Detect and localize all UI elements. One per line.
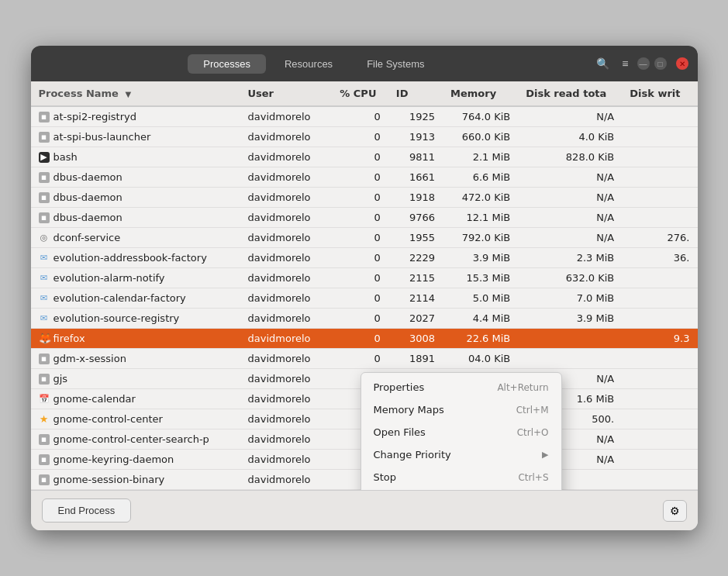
- process-icon: ▪: [39, 374, 50, 385]
- process-name-cell: ◎ dconf-service: [31, 228, 240, 248]
- table-row[interactable]: ✉ evolution-addressbook-factory davidmor…: [31, 248, 698, 268]
- process-memory: 2.1 MiB: [443, 147, 518, 167]
- table-row[interactable]: ▪ at-spi2-registryd davidmorelo 0 1925 7…: [31, 106, 698, 127]
- tab-filesystems[interactable]: File Systems: [351, 54, 440, 74]
- context-item-shortcut: Ctrl+M: [516, 405, 549, 416]
- process-memory: 472.0 KiB: [443, 188, 518, 208]
- table-row[interactable]: ✉ evolution-source-registry davidmorelo …: [31, 309, 698, 329]
- process-cpu: 0: [332, 127, 388, 147]
- process-diskwrite: [622, 450, 697, 470]
- tab-resources[interactable]: Resources: [269, 54, 348, 74]
- process-name: dconf-service: [53, 232, 121, 243]
- process-memory: 22.6 MiB: [443, 329, 518, 349]
- col-header-process[interactable]: Process Name ▼: [31, 81, 240, 106]
- context-item-label: Memory Maps: [374, 404, 444, 416]
- col-header-id[interactable]: ID: [388, 81, 443, 106]
- table-row[interactable]: ▪ gdm-x-session davidmorelo 0 1891 04.0 …: [31, 349, 698, 369]
- process-cpu: 0: [332, 106, 388, 127]
- process-name: bash: [53, 151, 78, 163]
- process-id: 1913: [388, 127, 443, 147]
- process-memory: 764.0 KiB: [443, 106, 518, 127]
- end-process-button[interactable]: End Process: [42, 498, 132, 523]
- process-name-cell: ▪ gjs: [31, 369, 240, 389]
- context-menu-item-continue[interactable]: Continue Ctrl+C: [361, 488, 561, 490]
- process-user: davidmorelo: [240, 228, 332, 248]
- context-menu-item-stop[interactable]: Stop Ctrl+S: [361, 466, 561, 488]
- process-user: davidmorelo: [240, 248, 332, 268]
- table-row[interactable]: ✉ evolution-alarm-notify davidmorelo 0 2…: [31, 268, 698, 288]
- process-id: 2027: [388, 309, 443, 329]
- titlebar: Processes Resources File Systems 🔍 ≡ — □…: [31, 46, 698, 81]
- process-name-cell: ✉ evolution-addressbook-factory: [31, 248, 240, 268]
- table-row[interactable]: ▪ dbus-daemon davidmorelo 0 9766 12.1 Mi…: [31, 208, 698, 228]
- process-table-container: Process Name ▼ User % CPU ID Memory Disk…: [31, 81, 698, 490]
- col-header-diskwrite[interactable]: Disk writ: [622, 81, 697, 106]
- process-diskwrite: 9.3: [622, 329, 697, 349]
- process-id: 1661: [388, 167, 443, 188]
- close-button[interactable]: ✕: [676, 57, 688, 70]
- context-menu-item-properties[interactable]: Properties Alt+Return: [361, 376, 561, 398]
- sort-arrow-icon: ▼: [125, 90, 131, 98]
- process-memory: 04.0 KiB: [443, 349, 518, 369]
- process-name-cell: 📅 gnome-calendar: [31, 389, 240, 409]
- process-diskwrite: [622, 147, 697, 167]
- tab-processes[interactable]: Processes: [188, 54, 266, 74]
- context-menu: Properties Alt+Return Memory Maps Ctrl+M…: [361, 372, 562, 490]
- process-name-cell: ★ gnome-control-center: [31, 409, 240, 429]
- process-user: davidmorelo: [240, 288, 332, 309]
- process-user: davidmorelo: [240, 127, 332, 147]
- process-icon: 🦊: [39, 333, 50, 344]
- process-user: davidmorelo: [240, 167, 332, 188]
- process-icon: ▪: [39, 454, 50, 465]
- process-icon: ▪: [39, 474, 50, 485]
- process-icon: ▪: [39, 212, 50, 223]
- process-name: evolution-addressbook-factory: [53, 252, 207, 264]
- process-name: gjs: [53, 373, 68, 385]
- process-name: evolution-source-registry: [53, 312, 180, 324]
- process-icon: ◎: [39, 233, 50, 243]
- context-menu-item-change-priority[interactable]: Change Priority ▶: [361, 443, 561, 466]
- process-diskwrite: [622, 470, 697, 490]
- process-user: davidmorelo: [240, 470, 332, 490]
- search-button[interactable]: 🔍: [592, 55, 613, 72]
- process-diskwrite: [622, 208, 697, 228]
- table-row[interactable]: ▪ dbus-daemon davidmorelo 0 1918 472.0 K…: [31, 188, 698, 208]
- table-row[interactable]: ▪ dbus-daemon davidmorelo 0 1661 6.6 MiB…: [31, 167, 698, 188]
- process-diskread: N/A: [518, 106, 622, 127]
- process-diskwrite: [622, 369, 697, 389]
- process-name: dbus-daemon: [53, 212, 122, 223]
- col-header-diskread[interactable]: Disk read tota: [518, 81, 622, 106]
- process-diskwrite: [622, 106, 697, 127]
- col-header-memory[interactable]: Memory: [443, 81, 518, 106]
- menu-button[interactable]: ≡: [618, 55, 632, 72]
- table-row[interactable]: 🦊 firefox davidmorelo 0 3008 22.6 MiB 9.…: [31, 329, 698, 349]
- process-memory: 660.0 KiB: [443, 127, 518, 147]
- process-user: davidmorelo: [240, 147, 332, 167]
- context-item-label: Open Files: [374, 426, 426, 438]
- process-cpu: 0: [332, 188, 388, 208]
- process-diskread: 4.0 KiB: [518, 127, 622, 147]
- context-item-shortcut: Alt+Return: [497, 382, 548, 393]
- process-diskwrite: [622, 127, 697, 147]
- maximize-button[interactable]: □: [654, 57, 667, 70]
- col-header-cpu[interactable]: % CPU: [332, 81, 388, 106]
- table-row[interactable]: ✉ evolution-calendar-factory davidmorelo…: [31, 288, 698, 309]
- context-menu-item-open-files[interactable]: Open Files Ctrl+O: [361, 421, 561, 443]
- process-name-cell: ▶ bash: [31, 147, 240, 167]
- context-item-label: Stop: [374, 471, 397, 483]
- table-row[interactable]: ▶ bash davidmorelo 0 9811 2.1 MiB 828.0 …: [31, 147, 698, 167]
- process-name-cell: ▪ gnome-session-binary: [31, 470, 240, 490]
- col-header-user[interactable]: User: [240, 81, 332, 106]
- process-icon: ★: [39, 414, 50, 425]
- submenu-arrow-icon: ▶: [542, 450, 548, 460]
- table-row[interactable]: ▪ at-spi-bus-launcher davidmorelo 0 1913…: [31, 127, 698, 147]
- minimize-button[interactable]: —: [637, 57, 650, 70]
- settings-button[interactable]: ⚙: [663, 500, 687, 522]
- process-name-cell: ✉ evolution-alarm-notify: [31, 268, 240, 288]
- process-user: davidmorelo: [240, 450, 332, 470]
- context-item-shortcut: Ctrl+O: [517, 427, 549, 438]
- table-row[interactable]: ◎ dconf-service davidmorelo 0 1955 792.0…: [31, 228, 698, 248]
- process-diskread: 3.9 MiB: [518, 309, 622, 329]
- context-menu-item-memory-maps[interactable]: Memory Maps Ctrl+M: [361, 398, 561, 421]
- process-name: gnome-control-center-search-p: [53, 433, 209, 445]
